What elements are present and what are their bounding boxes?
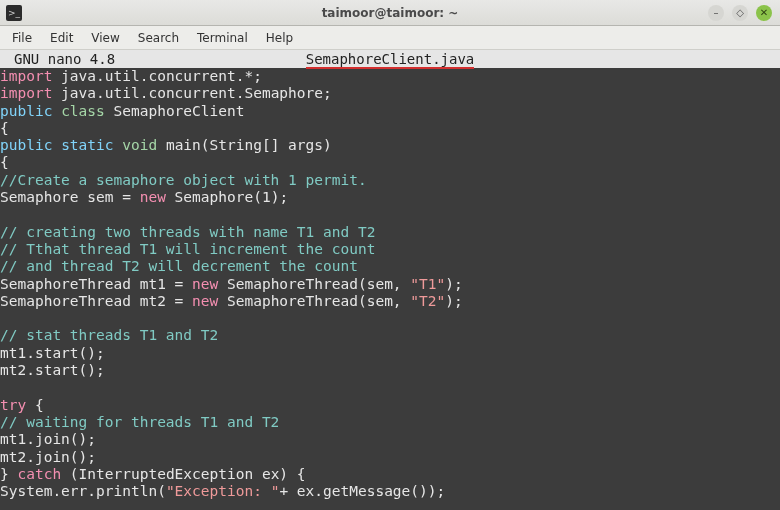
menu-terminal[interactable]: Terminal [189, 28, 256, 48]
code-line: public static void main(String[] args) [0, 137, 780, 154]
code-line: mt1.start(); [0, 345, 780, 362]
maximize-button[interactable]: ◇ [732, 5, 748, 21]
code-line [0, 379, 780, 396]
close-button[interactable]: ✕ [756, 5, 772, 21]
menubar: File Edit View Search Terminal Help [0, 26, 780, 50]
nano-header: GNU nano 4.8 SemaphoreClient.java [0, 50, 780, 68]
code-line: // and thread T2 will decrement the coun… [0, 258, 780, 275]
code-line: System.err.println("Exception: "+ ex.get… [0, 483, 780, 500]
code-line: mt1.join(); [0, 431, 780, 448]
code-line: { [0, 120, 780, 137]
terminal-app-icon: >_ [6, 5, 22, 21]
code-line: import java.util.concurrent.*; [0, 68, 780, 85]
code-line: mt2.join(); [0, 449, 780, 466]
code-line: import java.util.concurrent.Semaphore; [0, 85, 780, 102]
code-line: // stat threads T1 and T2 [0, 327, 780, 344]
nano-version: GNU nano 4.8 [0, 51, 115, 67]
nano-filename: SemaphoreClient.java [0, 51, 780, 67]
code-line: try { [0, 397, 780, 414]
code-line: // Tthat thread T1 will increment the co… [0, 241, 780, 258]
code-line: // waiting for threads T1 and T2 [0, 414, 780, 431]
menu-edit[interactable]: Edit [42, 28, 81, 48]
window-title: taimoor@taimoor: ~ [0, 6, 780, 20]
code-line: mt2.start(); [0, 362, 780, 379]
code-line: { [0, 154, 780, 171]
code-line: //Create a semaphore object with 1 permi… [0, 172, 780, 189]
code-line: SemaphoreThread mt2 = new SemaphoreThrea… [0, 293, 780, 310]
menu-search[interactable]: Search [130, 28, 187, 48]
menu-view[interactable]: View [83, 28, 127, 48]
code-line: } catch (InterruptedException ex) { [0, 466, 780, 483]
window-controls: – ◇ ✕ [708, 5, 780, 21]
menu-help[interactable]: Help [258, 28, 301, 48]
menu-file[interactable]: File [4, 28, 40, 48]
code-line [0, 310, 780, 327]
code-line: public class SemaphoreClient [0, 103, 780, 120]
minimize-button[interactable]: – [708, 5, 724, 21]
code-line: Semaphore sem = new Semaphore(1); [0, 189, 780, 206]
code-line [0, 206, 780, 223]
editor-content[interactable]: import java.util.concurrent.*;import jav… [0, 68, 780, 510]
code-line: SemaphoreThread mt1 = new SemaphoreThrea… [0, 276, 780, 293]
window-titlebar: >_ taimoor@taimoor: ~ – ◇ ✕ [0, 0, 780, 26]
code-line: // creating two threads with name T1 and… [0, 224, 780, 241]
